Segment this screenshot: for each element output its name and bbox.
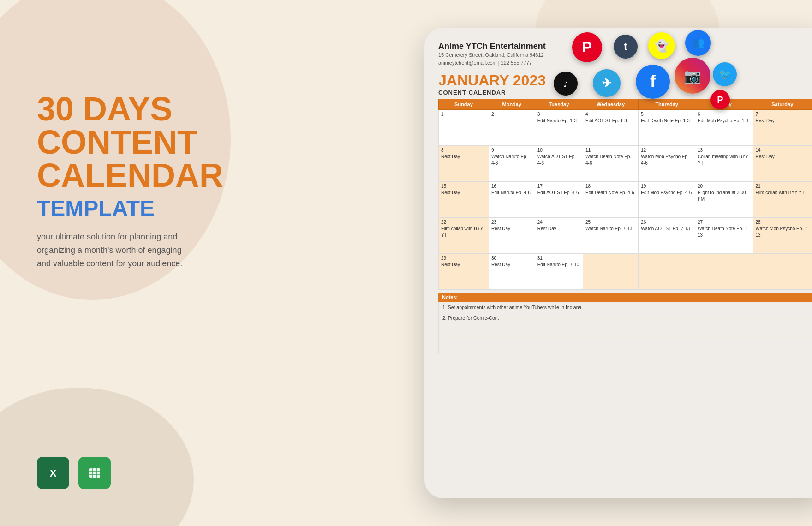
notes-section: Notes: 1. Set appointments with other an… xyxy=(438,293,812,354)
day-content: Edit Death Note Ep. 4-6 xyxy=(585,190,636,196)
calendar-cell: 9Watch Naruto Ep. 4-6 xyxy=(489,146,535,182)
social-icons-area: tP👻👥♪✈f📷🐦P xyxy=(512,32,720,115)
day-number: 30 xyxy=(491,256,532,261)
day-number: 10 xyxy=(537,148,580,153)
day-content: Watch Death Note Ep. 4-6 xyxy=(585,154,636,167)
day-number: 13 xyxy=(698,148,751,153)
calendar-cell: 12Watch Mob Psycho Ep. 4-6 xyxy=(639,146,695,182)
title-line1: 30 DAYS xyxy=(37,92,231,126)
day-content: Watch AOT S1 Ep. 4-6 xyxy=(537,154,580,167)
day-content: Edit AOT S1 Ep. 1-3 xyxy=(585,118,636,124)
calendar-week-5: 29Rest Day30Rest Day31Edit Naruto Ep. 7-… xyxy=(439,254,812,290)
day-number: 12 xyxy=(641,148,693,153)
day-number: 8 xyxy=(441,148,486,153)
template-subtitle: TEMPLATE xyxy=(37,196,231,221)
day-number: 29 xyxy=(441,256,486,261)
day-content: Rest Day xyxy=(756,154,809,160)
calendar-cell: 30Rest Day xyxy=(489,254,535,290)
day-number: 25 xyxy=(585,220,636,225)
day-number: 15 xyxy=(441,184,486,189)
calendar-cell: 25Watch Naruto Ep. 7-13 xyxy=(583,218,639,254)
main-title: 30 DAYS CONTENT CALENDAR xyxy=(37,92,231,192)
calendar-table: Sunday Monday Tuesday Wednesday Thursday… xyxy=(438,99,812,290)
day-content: Edit Naruto Ep. 7-10 xyxy=(537,262,580,268)
day-number: 16 xyxy=(491,184,532,189)
calendar-cell: 10Watch AOT S1 Ep. 4-6 xyxy=(535,146,583,182)
calendar-cell xyxy=(583,254,639,290)
calendar-cell xyxy=(695,254,753,290)
pinterest-icon: P xyxy=(572,32,602,62)
day-number: 18 xyxy=(585,184,636,189)
day-number: 23 xyxy=(491,220,532,225)
header-saturday: Saturday xyxy=(753,99,812,110)
title-line2: CONTENT xyxy=(37,126,231,159)
day-content: Edit Death Note Ep. 1-3 xyxy=(641,118,693,124)
facebook-icon: f xyxy=(636,65,670,99)
calendar-cell: 31Edit Naruto Ep. 7-10 xyxy=(535,254,583,290)
day-number: 9 xyxy=(491,148,532,153)
day-number: 24 xyxy=(537,220,580,225)
calendar-cell: 14Rest Day xyxy=(753,146,812,182)
calendar-cell: 13Collab meeting with BYY YT xyxy=(695,146,753,182)
calendar-cell: 29Rest Day xyxy=(439,254,489,290)
day-content: Rest Day xyxy=(441,154,486,160)
day-content: Edit Naruto Ep. 4-6 xyxy=(491,190,532,196)
sheets-icon[interactable] xyxy=(78,457,111,489)
notes-line: 1. Set appointments with other anime You… xyxy=(439,302,812,313)
day-number: 1 xyxy=(441,112,486,117)
calendar-week-2: 8Rest Day9Watch Naruto Ep. 4-610Watch AO… xyxy=(439,146,812,182)
calendar-week-3: 15Rest Day16Edit Naruto Ep. 4-617Edit AO… xyxy=(439,182,812,218)
day-content: Rest Day xyxy=(441,262,486,268)
tumblr-icon: t xyxy=(614,35,638,59)
day-number: 26 xyxy=(641,220,693,225)
day-content: Watch Mob Psycho Ep. 4-6 xyxy=(641,154,693,167)
calendar-cell: 21Film collab with BYY YT xyxy=(753,182,812,218)
notes-line xyxy=(439,334,812,344)
pinterest2-icon: P xyxy=(710,90,730,109)
day-content: Collab meeting with BYY YT xyxy=(698,154,751,167)
file-icons-row: X xyxy=(37,457,111,489)
day-content: Edit AOT S1 Ep. 4-6 xyxy=(537,190,580,196)
notes-line xyxy=(439,344,812,354)
snapchat-icon: 👻 xyxy=(648,32,675,59)
calendar-cell: 15Rest Day xyxy=(439,182,489,218)
day-number: 21 xyxy=(756,184,809,189)
description-text: your ultimate solution for planning and … xyxy=(37,230,231,270)
day-content: Rest Day xyxy=(756,118,809,124)
day-content: Rest Day xyxy=(491,262,532,268)
day-number: 28 xyxy=(756,220,809,225)
calendar-cell: 17Edit AOT S1 Ep. 4-6 xyxy=(535,182,583,218)
day-content: Watch Naruto Ep. 7-13 xyxy=(585,226,636,232)
day-content: Film collab with BYY YT xyxy=(441,226,486,239)
calendar-cell: 7Rest Day xyxy=(753,110,812,146)
day-number: 20 xyxy=(698,184,751,189)
title-line3: CALENDAR xyxy=(37,159,231,192)
calendar-cell: 16Edit Naruto Ep. 4-6 xyxy=(489,182,535,218)
calendar-cell xyxy=(753,254,812,290)
day-number: 11 xyxy=(585,148,636,153)
calendar-cell: 11Watch Death Note Ep. 4-6 xyxy=(583,146,639,182)
calendar-cell: 1 xyxy=(439,110,489,146)
svg-rect-3 xyxy=(89,468,100,478)
day-content: Edit Mob Psycho Ep. 4-6 xyxy=(641,190,693,196)
svg-text:X: X xyxy=(50,467,57,479)
notes-header: Notes: xyxy=(438,293,812,302)
day-content: Watch Death Note Ep. 7-13 xyxy=(698,226,751,239)
excel-icon[interactable]: X xyxy=(37,457,69,489)
day-content: Watch AOT S1 Ep. 7-13 xyxy=(641,226,693,232)
calendar-cell: 28Watch Mob Psycho Ep. 7-13 xyxy=(753,218,812,254)
tiktok-icon: ♪ xyxy=(554,72,578,96)
calendar-cell: 23Rest Day xyxy=(489,218,535,254)
day-content: Watch Naruto Ep. 4-6 xyxy=(491,154,532,167)
calendar-cell: 24Rest Day xyxy=(535,218,583,254)
calendar-cell: 8Rest Day xyxy=(439,146,489,182)
day-number: 19 xyxy=(641,184,693,189)
calendar-cell: 18Edit Death Note Ep. 4-6 xyxy=(583,182,639,218)
twitter-icon: 🐦 xyxy=(713,62,737,86)
notes-line xyxy=(439,323,812,334)
day-number: 17 xyxy=(537,184,580,189)
day-content: Film collab with BYY YT xyxy=(756,190,809,196)
day-content: Flight to Indiana at 3:00 PM xyxy=(698,190,751,203)
day-number: 22 xyxy=(441,220,486,225)
calendar-cell: 19Edit Mob Psycho Ep. 4-6 xyxy=(639,182,695,218)
